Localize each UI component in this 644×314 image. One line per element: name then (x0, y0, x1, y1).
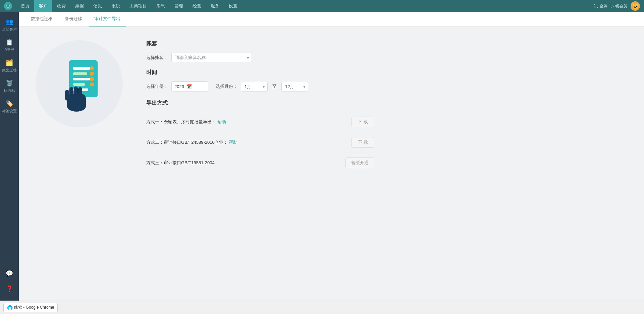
content-area: 数据包迁移 备份迁移 审计文件导出 (19, 12, 644, 301)
sidebar-label-recycle: 回收站 (4, 88, 15, 93)
year-value: 2023 (174, 84, 184, 89)
sidebar-label-migration: 账套迁移 (2, 68, 17, 73)
fullscreen-button[interactable]: ⛶ 全屏 (594, 3, 607, 9)
month-end-wrapper: 1月2月3月 4月5月6月 7月8月9月 10月11月12月 ▾ (281, 82, 308, 91)
export-method-2-text: 方式二：审计接口GB/T24589-2010企业： (146, 140, 228, 145)
avatar[interactable]: 🐱 (631, 1, 640, 11)
fullscreen-icon: ⛶ (594, 4, 598, 8)
sidebar-item-recycle[interactable]: 🗑️ 回收站 (0, 76, 19, 97)
export-section: 导出方式 方式一：余额表、序时账批量导出： 帮助 下 载 方式二：审计接口GB/… (146, 100, 374, 173)
tab-backup-migration[interactable]: 备份迁移 (59, 12, 88, 26)
export-section-title: 导出方式 (146, 100, 374, 107)
nav-customer[interactable]: 客户 (34, 0, 52, 12)
year-label: 选择年份： (146, 83, 168, 89)
export-label-2: 方式二：审计接口GB/T24589-2010企业： 帮助 (146, 139, 348, 145)
export-method-3-text: 方式三：审计接口GB/T19581-2004 (146, 160, 215, 165)
nav-settings[interactable]: 设置 (224, 0, 242, 12)
sidebar-label-tag: 标签设置 (2, 109, 17, 114)
time-row: 选择年份： 2023 📅 选择月份： 1月2月3月 4月5月6月 7月8月9月 … (146, 81, 374, 91)
illustration-circle (36, 40, 123, 127)
svg-point-10 (90, 82, 94, 86)
sidebar-item-all-customers[interactable]: 👥 全部客户 (0, 15, 19, 35)
zero-declare-icon: 📋 (6, 39, 13, 46)
month-label: 选择月份： (216, 83, 237, 89)
nav-fee[interactable]: 收费 (52, 0, 70, 12)
svg-rect-13 (65, 90, 69, 101)
export-help-2-link[interactable]: 帮助 (229, 140, 237, 145)
migration-icon: 🗂️ (6, 59, 13, 66)
taskbar: 🌐 线索 - Google Chrome (0, 301, 644, 314)
nav-business[interactable]: 工商项目 (125, 0, 152, 12)
svg-rect-14 (69, 87, 73, 98)
nav-message[interactable]: 消息 (152, 0, 170, 12)
export-download-2-button[interactable]: 下 载 (352, 137, 374, 148)
svg-rect-4 (73, 78, 90, 80)
account-section-title: 账套 (146, 40, 374, 47)
top-nav: 首页 客户 收费 票据 记账 报税 工商项目 消息 管理 经营 服务 设置 ⛶ … (0, 0, 644, 12)
sidebar-item-account-migration[interactable]: 🗂️ 账套迁移 (0, 56, 19, 76)
illustration-area (32, 37, 126, 131)
nav-invoice[interactable]: 票据 (70, 0, 89, 12)
svg-point-7 (90, 66, 94, 70)
account-label: 选择账套： (146, 55, 168, 61)
tab-audit-export[interactable]: 审计文件导出 (89, 12, 126, 26)
svg-rect-5 (73, 83, 85, 86)
nav-bookkeeping[interactable]: 记账 (89, 0, 107, 12)
nav-service[interactable]: 服务 (206, 0, 224, 12)
chrome-icon: 🌐 (7, 305, 13, 310)
main-layout: 👥 全部客户 📋 0申报 🗂️ 账套迁移 🗑️ 回收站 🏷️ 标签设置 💬 ❓ … (0, 12, 644, 301)
sidebar-item-tag-settings[interactable]: 🏷️ 标签设置 (0, 97, 19, 117)
sidebar-bottom: 💬 ❓ (0, 267, 19, 301)
member-label: 畅会员 (615, 3, 627, 9)
account-select[interactable]: 请输入账套名称 (171, 53, 252, 62)
recycle-icon: 🗑️ (6, 79, 13, 87)
sidebar-label-zero-declare: 0申报 (5, 47, 14, 52)
month-start-wrapper: 1月2月3月 4月5月6月 7月8月9月 10月11月12月 ▾ (241, 82, 268, 91)
taskbar-item-label: 线索 - Google Chrome (14, 305, 54, 310)
export-row-1: 方式一：余额表、序时账批量导出： 帮助 下 载 (146, 112, 374, 132)
sidebar-label-all-customers: 全部客户 (2, 27, 17, 32)
customers-icon: 👥 (6, 18, 13, 25)
export-method-1-text: 方式一：余额表、序时账批量导出： (146, 119, 216, 124)
main-content: 账套 选择账套： 请输入账套名称 ▾ 时间 选择年份： 2023 (19, 27, 644, 301)
export-help-1-link[interactable]: 帮助 (217, 119, 226, 124)
export-label-1: 方式一：余额表、序时账批量导出： 帮助 (146, 119, 348, 125)
form-area: 账套 选择账套： 请输入账套名称 ▾ 时间 选择年份： 2023 (146, 37, 374, 173)
nav-items: 首页 客户 收费 票据 记账 报税 工商项目 消息 管理 经营 服务 设置 (16, 0, 594, 12)
taskbar-chrome-item[interactable]: 🌐 线索 - Google Chrome (3, 303, 58, 312)
export-download-1-button[interactable]: 下 载 (352, 117, 374, 127)
svg-point-8 (90, 72, 94, 76)
fullscreen-label: 全屏 (599, 3, 607, 9)
sidebar: 👥 全部客户 📋 0申报 🗂️ 账套迁移 🗑️ 回收站 🏷️ 标签设置 💬 ❓ (0, 12, 19, 301)
sidebar-message-button[interactable]: 💬 (3, 267, 16, 280)
month-end-select[interactable]: 1月2月3月 4月5月6月 7月8月9月 10月11月12月 (281, 82, 308, 91)
export-row-2: 方式二：审计接口GB/T24589-2010企业： 帮助 下 载 (146, 132, 374, 153)
nav-manage[interactable]: 管理 (170, 0, 188, 12)
avatar-icon: 🐱 (632, 3, 639, 9)
to-label: 至 (272, 83, 277, 89)
account-select-wrapper: 请输入账套名称 ▾ (171, 53, 252, 62)
svg-rect-15 (74, 86, 78, 96)
svg-rect-2 (73, 67, 90, 70)
illustration-svg (52, 54, 106, 114)
tab-bar: 数据包迁移 备份迁移 审计文件导出 (19, 12, 644, 27)
export-row-3: 方式三：审计接口GB/T19581-2004 暂缓开通 (146, 153, 374, 173)
svg-rect-3 (73, 72, 87, 75)
export-label-3: 方式三：审计接口GB/T19581-2004 (146, 160, 342, 166)
account-row: 选择账套： 请输入账套名称 ▾ (146, 53, 374, 62)
tab-data-migration[interactable]: 数据包迁移 (25, 12, 58, 26)
month-start-select[interactable]: 1月2月3月 4月5月6月 7月8月9月 10月11月12月 (241, 82, 268, 91)
member-button[interactable]: ▷ 畅会员 (611, 3, 627, 9)
nav-tax[interactable]: 报税 (107, 0, 125, 12)
nav-home[interactable]: 首页 (16, 0, 34, 12)
nav-operation[interactable]: 经营 (188, 0, 206, 12)
time-section-title: 时间 (146, 69, 374, 76)
sidebar-item-zero-declare[interactable]: 📋 0申报 (0, 35, 19, 56)
sidebar-help-button[interactable]: ❓ (3, 282, 16, 295)
year-input[interactable]: 2023 📅 (171, 81, 208, 91)
calendar-icon: 📅 (186, 84, 192, 89)
svg-rect-16 (78, 87, 82, 97)
export-open-3-button[interactable]: 暂缓开通 (345, 158, 374, 168)
svg-point-9 (90, 77, 94, 81)
tag-icon: 🏷️ (6, 100, 13, 107)
